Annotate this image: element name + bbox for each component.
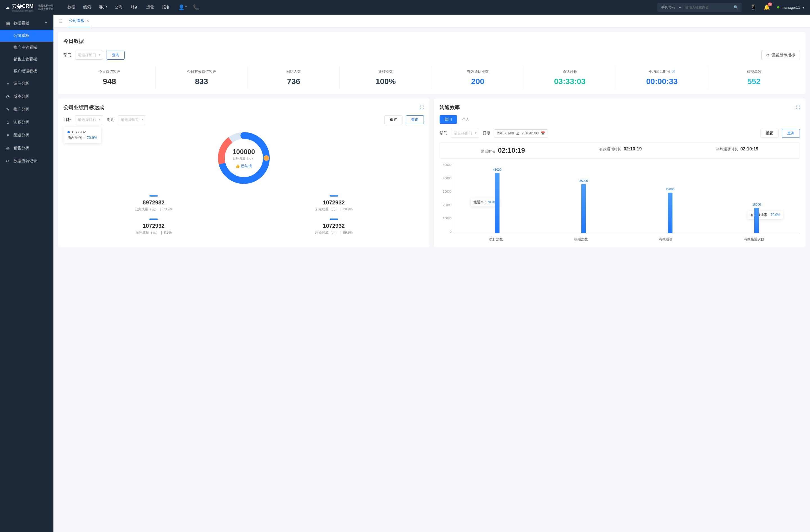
phone-icon[interactable]: 📞 [193, 4, 199, 11]
sidebar-item[interactable]: ♁访客分析 [0, 116, 53, 129]
breadcrumb: ☰ 公司看板 ✕ [53, 15, 810, 28]
sidebar-sub-item[interactable]: 公司看板 [0, 30, 53, 41]
sidebar-icon: ♁ [6, 120, 10, 124]
cloud-icon: ☁ [6, 5, 10, 10]
settings-button[interactable]: ⚙ 设置显示指标 [761, 50, 800, 60]
date-range-picker[interactable]: 2018/01/08 至 2018/01/08 📅 [494, 129, 548, 137]
sidebar-icon: ◎ [6, 146, 10, 150]
sidebar-item[interactable]: ▿漏斗分析 [0, 77, 53, 90]
nav-link[interactable]: 客户 [99, 5, 107, 10]
breakdown-item: 1072932应完成量（元） | 8.9% [64, 215, 244, 238]
calendar-icon: 📅 [541, 131, 545, 135]
bar: 43000 [454, 163, 540, 233]
expand-icon[interactable]: ⛶ [420, 105, 424, 110]
dashboard-icon: ▦ [6, 21, 10, 26]
query-button[interactable]: 查询 [107, 51, 125, 60]
search-input[interactable] [682, 5, 730, 9]
sidebar-item[interactable]: ✎推广分析 [0, 103, 53, 116]
goals-card: 公司业绩目标达成 ⛶ 目标 请选择目标 周期 请选择周期 重置 查询 [58, 98, 430, 247]
user-menu[interactable]: manager11 ▾ [777, 5, 804, 10]
search-icon[interactable]: 🔍 [730, 5, 742, 10]
nav-link[interactable]: 数据 [67, 5, 75, 10]
sidebar-icon: ⚭ [6, 133, 10, 137]
bell-icon[interactable]: 🔔5 [764, 4, 770, 11]
time-stat: 平均通话时长02:10:19 [716, 147, 758, 154]
sidebar-item[interactable]: ⚭渠道分析 [0, 129, 53, 142]
breakdown-item: 8972932已完成量（元） | 70.9% [64, 192, 244, 215]
logo[interactable]: ☁ 云朵CRM www.yunduocrm.com 教育机构一站式服务云平台 [6, 3, 53, 12]
brand-sub: 教育机构一站式服务云平台 [36, 4, 53, 11]
gear-icon: ⚙ [766, 53, 770, 57]
menu-icon[interactable]: ☰ [59, 19, 63, 23]
sidebar-sub-item[interactable]: 销售主管看板 [0, 53, 53, 65]
status-dot [777, 6, 779, 9]
achieved-badge: 👍 已达成 [232, 163, 255, 168]
search-box: 手机号码 🔍 [657, 3, 742, 12]
comm-title: 沟通效率 [440, 104, 460, 111]
sidebar-icon: ◔ [6, 94, 10, 99]
bar-chart: 50000400003000020000100000 接通率：70.9% 有效接… [440, 163, 800, 242]
sidebar-sub-item[interactable]: 客户经理看板 [0, 65, 53, 77]
bar: 29000 [627, 163, 714, 233]
time-stat: 通话时长02:10:19 [481, 147, 525, 154]
notif-badge: 5 [768, 2, 772, 6]
stat-item: 今日首咨客户948 [64, 67, 156, 88]
stat-item: 成交单数552 [708, 67, 800, 88]
bar: 35000 [540, 163, 627, 233]
search-type-select[interactable]: 手机号码 [657, 5, 682, 10]
target-select[interactable]: 请选择目标 [75, 115, 103, 124]
chevron-up-icon: ⌃ [45, 21, 48, 26]
sidebar-item[interactable]: ⟳数据流转记录 [0, 155, 53, 168]
mobile-icon[interactable]: 📱 [750, 4, 756, 11]
username: manager11 [782, 5, 800, 10]
period-select[interactable]: 请选择周期 [118, 115, 146, 124]
stat-item: 有效通话次数200 [432, 67, 524, 88]
today-card: 今日数据 部门 请选择部门 查询 ⚙ 设置显示指标 今日首咨客户948今日有效首… [58, 32, 806, 94]
tab-person[interactable]: 个人 [457, 115, 474, 124]
sidebar-group-dashboard[interactable]: ▦ 数据看板 ⌃ [0, 17, 53, 30]
donut-chart: 100000 目标总量（元） 👍 已达成 [216, 130, 272, 186]
nav-link[interactable]: 公海 [115, 5, 123, 10]
nav-link[interactable]: 线索 [83, 5, 91, 10]
chevron-down-icon: ▾ [803, 5, 804, 10]
add-user-icon[interactable]: 👤⁺ [178, 4, 187, 11]
sidebar-item[interactable]: ◔成本分析 [0, 90, 53, 103]
stat-item: 通话时长03:33:03 [524, 67, 616, 88]
close-icon[interactable]: ✕ [86, 19, 89, 23]
bar: 18000 [714, 163, 800, 233]
sidebar-sub-item[interactable]: 推广主管看板 [0, 41, 53, 53]
tab-company-board[interactable]: 公司看板 ✕ [68, 15, 90, 27]
sidebar-icon: ▿ [6, 81, 10, 86]
nav-link[interactable]: 报名 [162, 5, 170, 10]
sidebar-item[interactable]: ◎销售分析 [0, 142, 53, 155]
nav-links: 数据线索客户公海财务运营报名 [67, 5, 170, 10]
query-button[interactable]: 查询 [782, 129, 800, 138]
brand-url: www.yunduocrm.com [12, 10, 33, 12]
goals-title: 公司业绩目标达成 [64, 104, 104, 111]
stat-item: 拨打次数100% [340, 67, 432, 88]
donut-center-value: 100000 [232, 148, 255, 156]
nav-link[interactable]: 运营 [146, 5, 154, 10]
breakdown-item: 1072932未完成量（元） | 20.9% [244, 192, 424, 215]
reset-button[interactable]: 重置 [385, 115, 403, 124]
sidebar-icon: ✎ [6, 107, 10, 112]
comm-dept-select[interactable]: 请选择部门 [451, 129, 479, 138]
brand-name: 云朵CRM [12, 3, 33, 10]
comm-card: 沟通效率 ⛶ 部门 个人 部门 请选择部门 日期 2018/01/08 至 [434, 98, 806, 247]
breakdown-item: 1072932超额完成（元） | 89.9% [244, 215, 424, 238]
donut-tooltip: 1072932 所占比例： 70.9% [64, 127, 101, 143]
today-title: 今日数据 [64, 38, 800, 45]
thumbs-up-icon: 👍 [236, 164, 240, 168]
reset-button[interactable]: 重置 [761, 129, 778, 138]
nav-link[interactable]: 财务 [130, 5, 139, 10]
tab-dept[interactable]: 部门 [440, 115, 457, 124]
sidebar-icon: ⟳ [6, 159, 10, 163]
time-stat: 有效通话时长02:10:19 [599, 147, 642, 154]
main-content: ☰ 公司看板 ✕ 今日数据 部门 请选择部门 查询 ⚙ 设置显示指标 [53, 15, 810, 532]
sidebar: ▦ 数据看板 ⌃ 公司看板推广主管看板销售主管看板客户经理看板 ▿漏斗分析◔成本… [0, 15, 53, 532]
dept-select[interactable]: 请选择部门 [75, 51, 103, 60]
expand-icon[interactable]: ⛶ [796, 105, 800, 110]
query-button[interactable]: 查询 [406, 115, 424, 124]
stat-item: 回访人数736 [248, 67, 340, 88]
dept-label: 部门 [64, 53, 71, 57]
